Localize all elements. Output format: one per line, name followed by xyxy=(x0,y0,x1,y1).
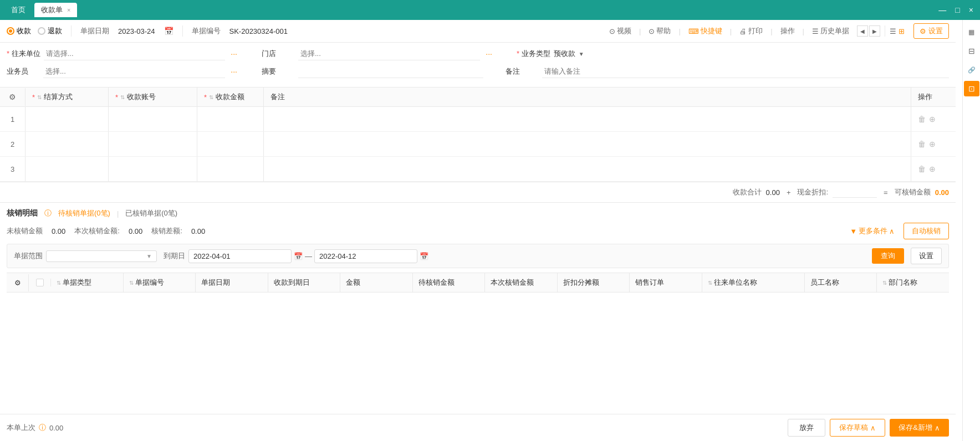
range-label: 单据范围 xyxy=(14,251,43,261)
business-type-field: 业务类型 预收款 ▼ xyxy=(517,49,683,59)
history-btn[interactable]: ☰ 历史单据 xyxy=(809,25,853,37)
row-num-1: 1 xyxy=(0,107,25,131)
td-account-3[interactable] xyxy=(109,157,197,181)
nav-tab-home[interactable]: 首页 xyxy=(4,3,32,17)
lth-checkbox[interactable] xyxy=(29,279,51,286)
reconcile-section: 核销明细 ⓘ 待核销单据(0笔) | 已核销单据(0笔) 未核销金额 0.00 … xyxy=(0,203,956,296)
done-tab-link[interactable]: 已核销单据(0笔) xyxy=(125,208,177,218)
more-conditions-label: 更多条件 xyxy=(859,226,887,236)
lth-settings[interactable]: ⚙ xyxy=(7,274,29,291)
sidebar-icon-minus[interactable]: ⊟ xyxy=(964,43,979,59)
business-type-dropdown-icon[interactable]: ▼ xyxy=(579,51,584,57)
lower-table-settings-icon[interactable]: ⚙ xyxy=(14,279,21,287)
auto-reconcile-btn[interactable]: 自动核销 xyxy=(904,223,949,239)
window-controls: — □ × xyxy=(936,6,976,14)
summary-input[interactable] xyxy=(298,65,483,78)
td-remark-1[interactable] xyxy=(264,107,911,131)
remark-input[interactable] xyxy=(542,65,949,78)
lth-dept: ⇅ 部门名称 xyxy=(877,273,949,292)
calendar-from-icon[interactable]: 📅 xyxy=(294,252,303,260)
td-account-1[interactable] xyxy=(109,107,197,131)
verify-label: 可核销金额 xyxy=(895,187,931,197)
sidebar-icon-expand[interactable]: ⊡ xyxy=(964,81,979,96)
th-actions: 操作 xyxy=(911,88,956,106)
draft-arrow-icon: ∧ xyxy=(870,424,876,432)
window-close-btn[interactable]: × xyxy=(967,6,976,14)
query-btn[interactable]: 查询 xyxy=(872,248,904,264)
range-select[interactable]: ▼ xyxy=(46,250,157,262)
store-input[interactable] xyxy=(298,47,480,60)
operation-btn[interactable]: 操作 xyxy=(777,25,798,37)
sidebar-icon-table[interactable]: ▦ xyxy=(964,24,979,40)
row-copy-icon-3[interactable]: ⊕ xyxy=(929,165,936,173)
receipt-tab-label: 收款单 xyxy=(41,5,63,15)
abandon-btn[interactable]: 放弃 xyxy=(788,419,825,437)
list-view-icon[interactable]: ☰ xyxy=(890,27,896,35)
td-settlement-1[interactable] xyxy=(25,107,109,131)
staff-input[interactable] xyxy=(43,65,225,78)
th-settings[interactable]: ⚙ xyxy=(0,88,25,106)
td-settlement-2[interactable] xyxy=(25,132,109,156)
row-delete-icon-2[interactable]: 🗑 xyxy=(918,140,926,148)
table-settings-icon[interactable]: ⚙ xyxy=(9,93,16,101)
next-arrow[interactable]: ▶ xyxy=(869,25,880,37)
staff-label: 业务员 xyxy=(7,66,40,76)
video-btn[interactable]: ⊙ 视频 xyxy=(606,25,635,37)
settings-button[interactable]: ⚙ 设置 xyxy=(913,23,949,39)
date-from-input[interactable] xyxy=(188,249,292,263)
reconcile-info-icon[interactable]: ⓘ xyxy=(44,208,52,218)
partner-more-btn[interactable]: ··· xyxy=(228,49,239,58)
td-settlement-3[interactable] xyxy=(25,157,109,181)
grid-view-icon[interactable]: ⊞ xyxy=(899,27,905,35)
pending-tab-link[interactable]: 待核销单据(0笔) xyxy=(58,208,110,218)
save-new-btn[interactable]: 保存&新增 ∧ xyxy=(890,419,949,437)
partner-input[interactable] xyxy=(44,47,226,60)
radio-refund[interactable]: 退款 xyxy=(38,26,62,36)
td-remark-2[interactable] xyxy=(264,132,911,156)
tab-close-icon[interactable]: × xyxy=(67,7,70,13)
date-to-input[interactable] xyxy=(314,249,417,263)
nav-tab-receipt[interactable]: 收款单 × xyxy=(34,3,77,17)
staff-more-btn[interactable]: ··· xyxy=(228,67,239,76)
remark-label: 备注 xyxy=(506,66,539,76)
tab-separator: | xyxy=(117,209,119,218)
print-btn[interactable]: 🖨 打印 xyxy=(736,25,766,37)
view-toggle[interactable]: ☰ ⊞ xyxy=(890,27,905,35)
window-maximize-btn[interactable]: □ xyxy=(953,6,962,14)
verify-value: 0.00 xyxy=(935,188,949,197)
sidebar-icon-link[interactable]: 🔗 xyxy=(964,62,979,78)
calendar-to-icon[interactable]: 📅 xyxy=(420,252,428,260)
diff-label: 核销差额: xyxy=(151,226,182,236)
filter-settings-btn[interactable]: 设置 xyxy=(911,248,942,264)
save-draft-btn[interactable]: 保存草稿 ∧ xyxy=(830,419,885,437)
bottom-info: 本单上次 ⓘ 0.00 xyxy=(7,423,63,433)
discount-input[interactable] xyxy=(833,187,877,198)
select-all-checkbox[interactable] xyxy=(36,279,44,286)
date-calendar-icon[interactable]: 📅 xyxy=(164,27,173,35)
print-icon: 🖨 xyxy=(739,27,747,35)
help-btn[interactable]: ⊙ 帮助 xyxy=(645,25,674,37)
row-num-2: 2 xyxy=(0,132,25,156)
current-info-icon[interactable]: ⓘ xyxy=(39,423,46,433)
shortcut-btn[interactable]: ⌨ 快捷键 xyxy=(685,25,726,37)
store-more-btn[interactable]: ··· xyxy=(483,49,494,58)
unverified-value: 0.00 xyxy=(52,227,65,235)
td-amount-1[interactable] xyxy=(197,107,264,131)
prev-arrow[interactable]: ◀ xyxy=(857,25,868,37)
td-account-2[interactable] xyxy=(109,132,197,156)
settings-gear-icon: ⚙ xyxy=(920,27,926,35)
window-minimize-btn[interactable]: — xyxy=(936,6,948,14)
row-copy-icon-1[interactable]: ⊕ xyxy=(929,115,936,124)
row-copy-icon-2[interactable]: ⊕ xyxy=(929,140,936,148)
print-label: 打印 xyxy=(748,26,763,36)
divider xyxy=(885,25,885,37)
row-delete-icon-1[interactable]: 🗑 xyxy=(918,115,926,124)
more-conditions-btn[interactable]: ▼ 更多条件 ∧ xyxy=(850,226,895,236)
row-delete-icon-3[interactable]: 🗑 xyxy=(918,165,926,173)
radio-receive[interactable]: 收款 xyxy=(7,26,31,36)
td-amount-3[interactable] xyxy=(197,157,264,181)
summary-field: 摘要 xyxy=(262,65,483,78)
reconcile-title: 核销明细 xyxy=(7,208,38,218)
td-remark-3[interactable] xyxy=(264,157,911,181)
td-amount-2[interactable] xyxy=(197,132,264,156)
